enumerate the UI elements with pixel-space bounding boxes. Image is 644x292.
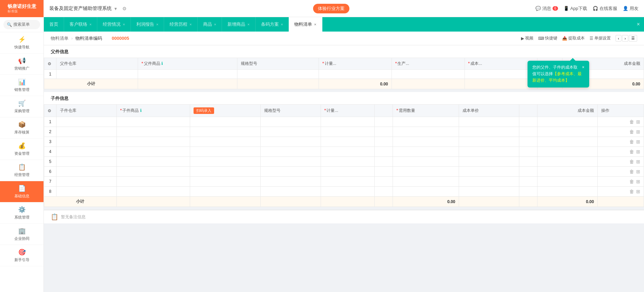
user-button[interactable]: 👤 用友 — [623, 5, 639, 12]
child-row-2-goods[interactable] — [116, 127, 190, 137]
child-row-8-spec[interactable] — [260, 187, 321, 197]
child-row-6-unit-cost[interactable] — [459, 167, 519, 177]
child-row-3-unit-cost[interactable] — [459, 137, 519, 147]
child-row-8-qty[interactable] — [393, 187, 459, 197]
child-row-3-delete-icon[interactable]: 🗑 — [629, 139, 634, 144]
tab-bom[interactable]: 物料清单 × — [289, 17, 322, 32]
child-row-1-goods[interactable] — [116, 117, 190, 127]
prev-arrow[interactable]: ‹ — [616, 35, 622, 42]
parent-row-1-unit[interactable] — [319, 70, 392, 79]
child-row-1-warehouse[interactable] — [57, 117, 117, 127]
child-row-5-copy-icon[interactable]: ⊞ — [636, 159, 640, 164]
tab-add-goods-close[interactable]: × — [247, 22, 249, 26]
child-row-7-unit[interactable] — [321, 177, 374, 187]
tab-profit[interactable]: 利润报告 × — [131, 17, 164, 32]
child-row-8-copy-icon[interactable]: ⊞ — [636, 189, 640, 194]
tab-bom-close[interactable]: × — [314, 22, 316, 26]
sidebar-item-basic[interactable]: 📄 基础信息 — [0, 181, 44, 202]
scan-input-button[interactable]: 扫码录入 — [194, 107, 214, 114]
tab-customer[interactable]: 客户联络 × — [64, 17, 97, 32]
next-arrow[interactable]: › — [622, 35, 628, 42]
child-col-scan[interactable]: 扫码录入 — [190, 105, 260, 117]
parent-row-1-spec[interactable] — [237, 70, 319, 79]
sidebar-item-system[interactable]: ⚙️ 系统管理 — [0, 202, 44, 224]
child-row-8-unit-cost[interactable] — [459, 187, 519, 197]
child-row-7-goods[interactable] — [116, 177, 190, 187]
sidebar-item-marketing[interactable]: 📢 营销推广 — [0, 54, 44, 75]
child-row-1-qty[interactable] — [393, 117, 459, 127]
message-button[interactable]: 💬 消息 6 — [535, 5, 558, 12]
child-row-4-delete-icon[interactable]: 🗑 — [629, 149, 634, 154]
child-row-6-spec[interactable] — [260, 167, 321, 177]
child-row-2-unit-cost[interactable] — [459, 127, 519, 137]
tab-barcode[interactable]: 条码方案 × — [256, 17, 289, 32]
child-row-2-warehouse[interactable] — [57, 127, 117, 137]
child-row-6-unit[interactable] — [321, 167, 374, 177]
child-row-7-spec[interactable] — [260, 177, 321, 187]
child-row-5-unit-cost[interactable] — [459, 157, 519, 167]
tab-goods[interactable]: 商品 × — [198, 17, 222, 32]
child-row-1-spec[interactable] — [260, 117, 321, 127]
child-row-4-qty[interactable] — [393, 147, 459, 157]
child-row-7-qty[interactable] — [393, 177, 459, 187]
child-row-6-warehouse[interactable] — [57, 167, 117, 177]
child-row-7-delete-icon[interactable]: 🗑 — [629, 179, 634, 184]
tab-operation-status[interactable]: 经营情况 × — [97, 17, 131, 32]
extract-cost-button[interactable]: 📥 提取成本 — [562, 35, 585, 41]
child-row-8-warehouse[interactable] — [57, 187, 117, 197]
grid-view-button[interactable]: ☰ — [629, 35, 637, 42]
child-row-4-copy-icon[interactable]: ⊞ — [636, 149, 640, 154]
sidebar-item-finance[interactable]: 💰 资金管理 — [0, 139, 44, 160]
child-row-4-unit[interactable] — [321, 147, 374, 157]
app-download-button[interactable]: 📱 App下载 — [564, 5, 587, 12]
child-row-3-spec[interactable] — [260, 137, 321, 147]
sidebar-item-guide[interactable]: 🎯 新手引导 — [0, 245, 44, 266]
child-row-6-qty[interactable] — [393, 167, 459, 177]
child-row-5-unit[interactable] — [321, 157, 374, 167]
sidebar-item-sales[interactable]: 📊 销售管理 — [0, 75, 44, 96]
sidebar-item-enterprise[interactable]: 🏢 企业协同 — [0, 224, 44, 245]
tab-operation-status-close[interactable]: × — [123, 22, 125, 26]
child-col-setting[interactable]: ⚙ — [44, 105, 57, 117]
view-video-button[interactable]: ▶ 视频 — [521, 35, 533, 41]
sidebar-item-inventory[interactable]: 📦 库存核算 — [0, 117, 44, 139]
child-row-7-warehouse[interactable] — [57, 177, 117, 187]
child-row-5-goods[interactable] — [116, 157, 190, 167]
try-button[interactable]: 体验行业方案 — [313, 4, 349, 13]
tab-goods-close[interactable]: × — [214, 22, 216, 26]
tab-home[interactable]: 首页 — [44, 17, 64, 32]
tab-barcode-close[interactable]: × — [281, 22, 283, 26]
parent-row-1-warehouse[interactable] — [57, 70, 138, 79]
child-row-8-unit[interactable] — [321, 187, 374, 197]
parent-row-1-goods[interactable] — [138, 70, 237, 79]
tab-customer-close[interactable]: × — [89, 22, 91, 26]
child-row-2-unit[interactable] — [321, 127, 374, 137]
tooltip-close-button[interactable]: × — [582, 64, 584, 71]
child-row-3-copy-icon[interactable]: ⊞ — [636, 139, 640, 144]
online-service-button[interactable]: 🎧 在线客服 — [593, 5, 617, 12]
sidebar-item-operation[interactable]: 📋 经营管理 — [0, 160, 44, 181]
parent-goods-info-icon[interactable]: ℹ — [161, 61, 163, 66]
child-row-2-qty[interactable] — [393, 127, 459, 137]
child-row-6-delete-icon[interactable]: 🗑 — [629, 169, 634, 174]
child-row-1-unit-cost[interactable] — [459, 117, 519, 127]
child-row-3-warehouse[interactable] — [57, 137, 117, 147]
child-row-2-spec[interactable] — [260, 127, 321, 137]
doc-settings-button[interactable]: ☰ 单据设置 — [590, 35, 611, 41]
breadcrumb-bom-list[interactable]: 物料清单 — [51, 35, 69, 42]
sidebar-item-purchase[interactable]: 🛒 采购管理 — [0, 96, 44, 117]
child-row-3-qty[interactable] — [393, 137, 459, 147]
child-row-2-copy-icon[interactable]: ⊞ — [636, 129, 640, 135]
child-row-3-goods[interactable] — [116, 137, 190, 147]
tab-history[interactable]: 经营历程 × — [164, 17, 197, 32]
child-row-1-unit[interactable] — [321, 117, 374, 127]
child-row-1-delete-icon[interactable]: 🗑 — [629, 119, 634, 125]
child-row-4-warehouse[interactable] — [57, 147, 117, 157]
close-all-tabs-button[interactable]: × — [633, 21, 644, 27]
child-row-5-delete-icon[interactable]: 🗑 — [629, 159, 634, 164]
child-row-4-spec[interactable] — [260, 147, 321, 157]
child-row-5-warehouse[interactable] — [57, 157, 117, 167]
child-row-7-copy-icon[interactable]: ⊞ — [636, 179, 640, 184]
parent-row-1-produce[interactable] — [392, 70, 465, 79]
parent-row-1-cost[interactable] — [465, 70, 537, 79]
